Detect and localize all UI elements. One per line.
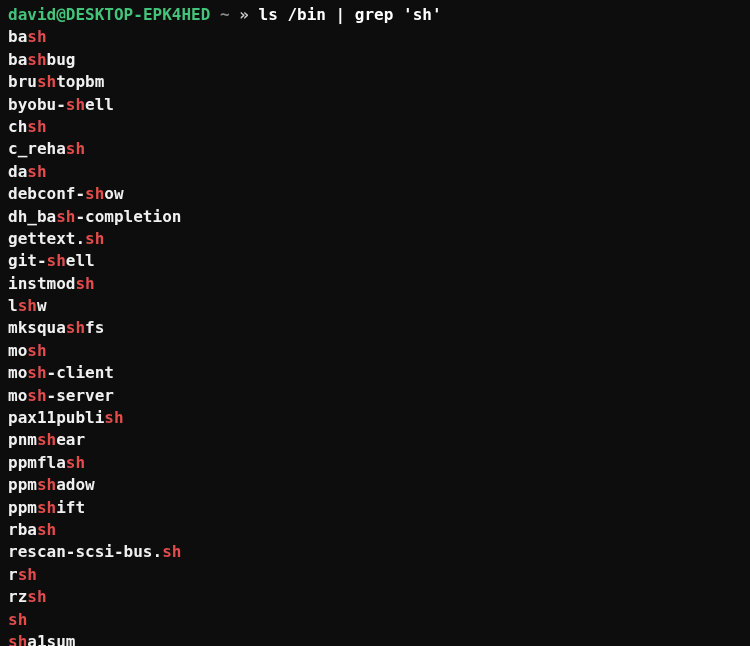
grep-match: sh — [37, 475, 56, 494]
prompt-at: @ — [56, 5, 66, 24]
terminal-output: bashbashbugbrushtopbmbyobu-shellchshc_re… — [8, 26, 742, 646]
grep-match: sh — [66, 139, 85, 158]
grep-match: sh — [37, 498, 56, 517]
output-text: git- — [8, 251, 47, 270]
output-line: bash — [8, 26, 742, 48]
output-text: mo — [8, 386, 27, 405]
output-line: pax11publish — [8, 407, 742, 429]
output-line: sha1sum — [8, 631, 742, 646]
output-line: debconf-show — [8, 183, 742, 205]
grep-match: sh — [27, 50, 46, 69]
prompt-command: ls /bin | grep 'sh' — [259, 5, 442, 24]
output-text: bug — [47, 50, 76, 69]
grep-match: sh — [27, 117, 46, 136]
output-text: ppm — [8, 475, 37, 494]
prompt-user: david — [8, 5, 56, 24]
output-text: pax11publi — [8, 408, 104, 427]
prompt-host: DESKTOP-EPK4HED — [66, 5, 211, 24]
grep-match: sh — [27, 162, 46, 181]
output-text: c_reha — [8, 139, 66, 158]
grep-match: sh — [37, 430, 56, 449]
output-text: r — [8, 565, 18, 584]
output-text: gettext. — [8, 229, 85, 248]
output-text: fs — [85, 318, 104, 337]
output-text: ow — [104, 184, 123, 203]
output-line: rbash — [8, 519, 742, 541]
output-line: mosh-client — [8, 362, 742, 384]
grep-match: sh — [27, 341, 46, 360]
output-line: ppmflash — [8, 452, 742, 474]
grep-match: sh — [27, 386, 46, 405]
output-line: brushtopbm — [8, 71, 742, 93]
grep-match: sh — [27, 587, 46, 606]
output-text: mo — [8, 363, 27, 382]
output-text: mksqua — [8, 318, 66, 337]
output-line: dh_bash-completion — [8, 206, 742, 228]
output-line: byobu-shell — [8, 94, 742, 116]
grep-match: sh — [47, 251, 66, 270]
output-line: ppmshadow — [8, 474, 742, 496]
output-text: ppm — [8, 498, 37, 517]
output-text: l — [8, 296, 18, 315]
output-text: ba — [8, 27, 27, 46]
prompt-arrow: » — [239, 5, 249, 24]
output-text: adow — [56, 475, 95, 494]
grep-match: sh — [66, 453, 85, 472]
output-text: instmod — [8, 274, 75, 293]
output-line: ppmshift — [8, 497, 742, 519]
output-text: debconf- — [8, 184, 85, 203]
output-text: ba — [8, 50, 27, 69]
output-text: byobu- — [8, 95, 66, 114]
output-text: ear — [56, 430, 85, 449]
output-text: dh_ba — [8, 207, 56, 226]
grep-match: sh — [18, 296, 37, 315]
grep-match: sh — [75, 274, 94, 293]
output-text: topbm — [56, 72, 104, 91]
grep-match: sh — [37, 72, 56, 91]
output-text: rz — [8, 587, 27, 606]
grep-match: sh — [8, 610, 27, 629]
output-text: da — [8, 162, 27, 181]
output-line: lshw — [8, 295, 742, 317]
output-text: w — [37, 296, 47, 315]
prompt-line[interactable]: david@DESKTOP-EPK4HED ~ » ls /bin | grep… — [8, 4, 742, 26]
output-line: mosh-server — [8, 385, 742, 407]
output-line: c_rehash — [8, 138, 742, 160]
output-text: ift — [56, 498, 85, 517]
output-text: bru — [8, 72, 37, 91]
output-text: -server — [47, 386, 114, 405]
output-text: ell — [85, 95, 114, 114]
output-line: mksquashfs — [8, 317, 742, 339]
grep-match: sh — [66, 95, 85, 114]
output-text: ch — [8, 117, 27, 136]
output-text: a1sum — [27, 632, 75, 646]
output-line: gettext.sh — [8, 228, 742, 250]
grep-match: sh — [37, 520, 56, 539]
prompt-path: ~ — [220, 5, 230, 24]
output-line: git-shell — [8, 250, 742, 272]
output-text: rba — [8, 520, 37, 539]
output-text: -completion — [75, 207, 181, 226]
output-line: rzsh — [8, 586, 742, 608]
output-line: bashbug — [8, 49, 742, 71]
output-line: mosh — [8, 340, 742, 362]
output-line: instmodsh — [8, 273, 742, 295]
output-text: ppmfla — [8, 453, 66, 472]
grep-match: sh — [56, 207, 75, 226]
output-line: rsh — [8, 564, 742, 586]
grep-match: sh — [104, 408, 123, 427]
grep-match: sh — [162, 542, 181, 561]
output-line: sh — [8, 609, 742, 631]
grep-match: sh — [85, 184, 104, 203]
output-text: ell — [66, 251, 95, 270]
grep-match: sh — [66, 318, 85, 337]
output-text: rescan-scsi-bus. — [8, 542, 162, 561]
grep-match: sh — [8, 632, 27, 646]
grep-match: sh — [27, 363, 46, 382]
output-line: pnmshear — [8, 429, 742, 451]
output-line: chsh — [8, 116, 742, 138]
output-text: mo — [8, 341, 27, 360]
grep-match: sh — [18, 565, 37, 584]
output-line: rescan-scsi-bus.sh — [8, 541, 742, 563]
output-text: pnm — [8, 430, 37, 449]
